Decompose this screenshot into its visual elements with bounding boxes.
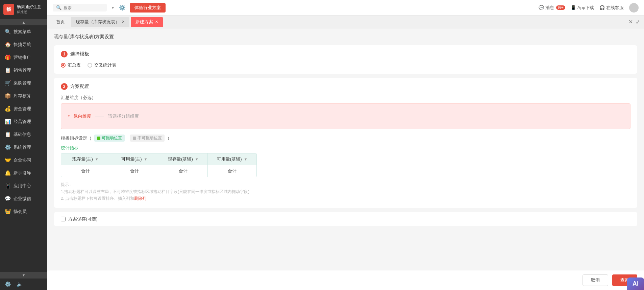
chevron-down-icon-3[interactable]: ▼: [244, 157, 248, 161]
dimension-box[interactable]: * 纵向维度 —— 请选择分组维度: [61, 103, 630, 129]
draggable-label: 可拖动位置: [102, 135, 122, 141]
sidebar-item-new-guide[interactable]: 🔔 新手引导: [0, 167, 47, 179]
stats-header-row: 现存量(主) ▼ 可用量(主) ▼ 现存量(基辅) ▼ 可用量(基辅): [61, 153, 256, 165]
sidebar-item-member[interactable]: 👑 畅会员: [0, 205, 47, 218]
radio-summary[interactable]: 汇总表: [61, 62, 81, 68]
sidebar-item-marketing[interactable]: 🎁 营销推广: [0, 51, 47, 64]
radio-summary-dot: [61, 63, 66, 68]
chevron-down-icon-1[interactable]: ▼: [144, 157, 148, 161]
dimension-section-label: 汇总维度（必选）: [61, 95, 630, 101]
non-draggable-badge: 不可拖动位置: [130, 135, 165, 142]
sidebar-item-quick-nav[interactable]: 🏠 快捷导航: [0, 38, 47, 51]
sidebar-nav: 🔍 搜索菜单 🏠 快捷导航 🎁 营销推广 📋 销售管理 🛒 采购管理 📦 库存核…: [0, 25, 47, 272]
stats-col-0-header[interactable]: 现存量(主) ▼: [61, 153, 110, 165]
stats-col-2-data: 合计: [159, 165, 208, 177]
stats-col-1-data: 合计: [110, 165, 159, 177]
user-avatar[interactable]: [629, 3, 639, 13]
sidebar-item-purchase[interactable]: 🛒 采购管理: [0, 77, 47, 90]
info-icon: 📋: [5, 131, 11, 138]
sidebar-item-finance[interactable]: 💰 资金管理: [0, 102, 47, 115]
cancel-button[interactable]: 取消: [583, 274, 608, 286]
sidebar-item-label: 基础信息: [14, 131, 31, 138]
sidebar-item-label: 应用中心: [14, 183, 31, 189]
non-draggable-dot: [133, 137, 136, 140]
sidebar-item-label: 资金管理: [14, 106, 31, 112]
tabbar-expand-btn[interactable]: ⤢: [636, 19, 640, 25]
stats-col-3-header[interactable]: 可用量(基辅) ▼: [208, 153, 256, 165]
tab-inventory-status[interactable]: 现存量（库存状况表） ✕: [71, 17, 129, 27]
ai-fab-button[interactable]: Ai: [627, 277, 644, 290]
tab-home-label: 首页: [56, 19, 65, 25]
trial-btn[interactable]: 体验行业方案: [130, 3, 166, 13]
app-icon: 畅: [3, 4, 14, 15]
sidebar-item-label: 库存核算: [14, 93, 31, 99]
sidebar-item-system[interactable]: ⚙️ 系统管理: [0, 141, 47, 154]
messages-btn[interactable]: 💬 消息 99+: [539, 5, 565, 11]
template-radio-group: 汇总表 交叉统计表: [61, 62, 630, 68]
chevron-down-icon-0[interactable]: ▼: [95, 157, 99, 161]
topbar: 🔍 ▼ ⚙️ 体验行业方案 💬 消息 99+ 📱 App下载 🎧 在线客服: [47, 0, 644, 16]
sidebar-bottom: ⚙️ 🔈: [0, 278, 47, 290]
handshake-icon: 🤝: [5, 157, 11, 163]
sidebar-item-inventory[interactable]: 📦 库存核算: [0, 90, 47, 102]
chevron-down-icon-2[interactable]: ▼: [195, 157, 199, 161]
step1-header: 1 选择模板: [61, 51, 630, 57]
sidebar-item-corp-wechat[interactable]: 💬 企业微信: [0, 192, 47, 205]
tips-title: 提示：: [61, 182, 630, 188]
tip-highlight: 删除列: [134, 196, 146, 201]
save-scheme-checkbox[interactable]: [61, 217, 66, 221]
sidebar-item-label: 销售管理: [14, 67, 31, 73]
radio-cross[interactable]: 交叉统计表: [88, 62, 116, 68]
sidebar-item-label: 营销推广: [14, 54, 31, 61]
online-service-label: 在线客服: [606, 5, 624, 11]
sidebar-scroll-down[interactable]: ▼: [0, 272, 47, 278]
gear-icon: ⚙️: [5, 144, 11, 150]
cart-icon: 🛒: [5, 80, 11, 86]
stats-col-2-label: 现存量(基辅): [168, 156, 193, 162]
tab-new-scheme-close[interactable]: ✕: [155, 20, 158, 24]
tab-home[interactable]: 首页: [51, 17, 70, 27]
search-icon: 🔍: [5, 29, 11, 35]
home-icon: 🏠: [5, 42, 11, 48]
tab-inventory-close[interactable]: ✕: [122, 20, 125, 24]
sidebar-item-operation[interactable]: 📊 经营管理: [0, 115, 47, 128]
step1-badge: 1: [61, 51, 68, 57]
save-scheme-label: 方案保存(可选): [68, 216, 98, 222]
sidebar-item-cooperation[interactable]: 🤝 企业协同: [0, 154, 47, 167]
sidebar-item-label: 搜索菜单: [14, 29, 31, 35]
search-box[interactable]: 🔍: [53, 4, 107, 11]
sidebar-item-search-menu[interactable]: 🔍 搜索菜单: [0, 25, 47, 38]
sidebar-item-app-center[interactable]: 📱 应用中心: [0, 179, 47, 192]
stats-table: 现存量(主) ▼ 可用量(主) ▼ 现存量(基辅) ▼ 可用量(基辅): [61, 153, 257, 177]
draggable-badge: 可拖动位置: [94, 135, 125, 142]
sidebar-item-label: 企业微信: [14, 196, 31, 202]
app-download-btn[interactable]: 📱 App下载: [571, 5, 594, 11]
stats-col-0-data: 合计: [61, 165, 110, 177]
app-download-label: App下载: [577, 5, 594, 11]
dropdown-arrow[interactable]: ▼: [111, 5, 115, 10]
tabbar-close-btn[interactable]: ✕: [628, 19, 633, 25]
sales-icon: 📋: [5, 67, 11, 73]
online-service-btn[interactable]: 🎧 在线客服: [599, 5, 624, 11]
draggable-dot: [97, 137, 100, 140]
gift-icon: 🎁: [5, 54, 11, 61]
bell-icon: 🔔: [5, 170, 11, 176]
settings-bottom-icon[interactable]: ⚙️: [5, 281, 11, 287]
sidebar-scroll-up[interactable]: ▲: [0, 19, 47, 25]
indicator-header: 模板指标设定（ 可拖动位置 不可拖动位置 ）: [61, 135, 630, 142]
tab-new-scheme[interactable]: 新建方案 ✕: [131, 17, 163, 27]
stats-col-2-header[interactable]: 现存量(基辅) ▼: [159, 153, 208, 165]
save-scheme-section: 方案保存(可选): [54, 212, 637, 226]
dimension-required-mark: *: [68, 114, 70, 119]
stats-col-1-header[interactable]: 可用量(主) ▼: [110, 153, 159, 165]
topbar-gear-icon[interactable]: ⚙️: [119, 4, 126, 11]
sidebar: 畅 畅康通好生意 标准版 ▲ 🔍 搜索菜单 🏠 快捷导航 🎁 营销推广 📋 销售…: [0, 0, 47, 290]
download-icon: 📱: [571, 5, 576, 10]
stats-col-0-label: 现存量(主): [72, 156, 93, 162]
phone-icon: 📱: [5, 183, 11, 189]
sidebar-item-sales[interactable]: 📋 销售管理: [0, 64, 47, 77]
sidebar-item-basic-info[interactable]: 📋 基础信息: [0, 128, 47, 141]
sound-icon[interactable]: 🔈: [17, 281, 23, 287]
search-input[interactable]: [64, 5, 97, 10]
step1-title: 选择模板: [70, 51, 89, 57]
